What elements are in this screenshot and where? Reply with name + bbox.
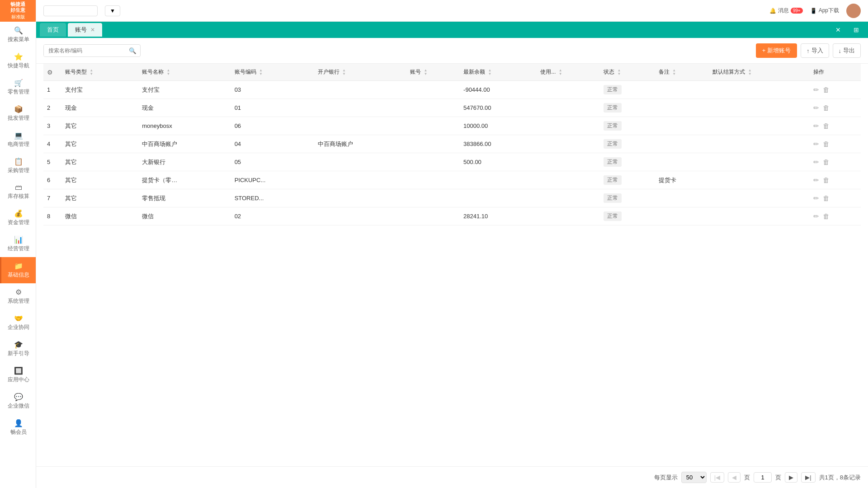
- user-avatar[interactable]: [846, 4, 861, 18]
- col-balance[interactable]: 最新余额 ▲▼: [460, 64, 537, 81]
- dropdown-button[interactable]: ▼: [105, 5, 120, 16]
- sort-icon: ▲▼: [672, 69, 676, 76]
- edit-icon[interactable]: ✏: [813, 86, 819, 94]
- delete-icon[interactable]: 🗑: [823, 140, 830, 148]
- table-row: 5 其它 大新银行 05 500.00 正常 ✏ 🗑: [43, 153, 861, 171]
- settings-icon: ⚙: [15, 288, 22, 296]
- sidebar-item-wholesale[interactable]: 📦 批发管理: [0, 100, 36, 127]
- row-id: 6: [43, 171, 61, 189]
- folder-icon: 📁: [14, 262, 23, 270]
- window-minimize-button[interactable]: ✕: [830, 22, 846, 38]
- edit-icon[interactable]: ✏: [813, 212, 819, 221]
- last-page-button[interactable]: ▶|: [801, 472, 815, 483]
- sidebar-item-retail[interactable]: 🛒 零售管理: [0, 74, 36, 100]
- col-bank[interactable]: 开户银行 ▲▼: [314, 64, 406, 81]
- add-account-button[interactable]: + 新增账号: [756, 43, 797, 58]
- import-button[interactable]: ↑ 导入: [801, 43, 829, 58]
- top-search-input[interactable]: [43, 5, 98, 16]
- col-name[interactable]: 账号名称 ▲▼: [138, 64, 231, 81]
- edit-icon[interactable]: ✏: [813, 122, 819, 130]
- edit-icon[interactable]: ✏: [813, 104, 819, 112]
- col-remark-label: 备注: [659, 69, 670, 75]
- sidebar-item-guide[interactable]: 🎓 新手引导: [0, 336, 36, 362]
- sidebar-item-purchase[interactable]: 📋 采购管理: [0, 153, 36, 179]
- messages-button[interactable]: 🔔 消息 99+: [769, 7, 803, 14]
- col-type[interactable]: 账号类型 ▲▼: [61, 64, 138, 81]
- delete-icon[interactable]: 🗑: [823, 104, 830, 112]
- sidebar-item-wechat[interactable]: 💬 企业微信: [0, 388, 36, 414]
- sidebar: 畅捷通好生意 标准版 🔍 搜索菜单 ⭐ 快捷导航 🛒 零售管理 📦 批发管理 💻…: [0, 0, 36, 488]
- next-page-button[interactable]: ▶: [785, 472, 797, 483]
- col-bank-label: 开户银行: [318, 69, 340, 75]
- delete-icon[interactable]: 🗑: [823, 194, 830, 202]
- tab-close-button[interactable]: ✕: [90, 27, 95, 33]
- tab-accounts[interactable]: 账号 ✕: [68, 23, 102, 37]
- row-id: 2: [43, 99, 61, 117]
- sidebar-item-member[interactable]: 👤 畅会员: [0, 414, 36, 441]
- export-button[interactable]: ↓ 导出: [833, 43, 861, 58]
- sidebar-item-system[interactable]: ⚙ 系统管理: [0, 283, 36, 310]
- sidebar-item-finance[interactable]: 💰 资金管理: [0, 205, 36, 231]
- col-code[interactable]: 账号编码 ▲▼: [231, 64, 314, 81]
- col-gear[interactable]: ⚙: [43, 64, 61, 81]
- edit-icon[interactable]: ✏: [813, 140, 819, 148]
- row-usage: [537, 171, 600, 189]
- current-page-input[interactable]: [754, 472, 772, 483]
- tab-home[interactable]: 首页: [40, 23, 66, 37]
- prev-page-button[interactable]: ◀: [728, 472, 741, 483]
- col-status[interactable]: 状态 ▲▼: [600, 64, 655, 81]
- search-input[interactable]: [44, 45, 125, 56]
- row-bank: [314, 171, 406, 189]
- pagination: 每页显示 50 20 100 |◀ ◀ 页 页 ▶ ▶| 共1页，8条记录: [36, 466, 868, 488]
- table-body: 1 支付宝 支付宝 03 -90444.00 正常 ✏ 🗑 2 现金 现金 01: [43, 81, 861, 225]
- row-bank: 中百商场账户: [314, 135, 406, 153]
- col-usage[interactable]: 使用... ▲▼: [537, 64, 600, 81]
- delete-icon[interactable]: 🗑: [823, 176, 830, 184]
- edit-icon[interactable]: ✏: [813, 176, 819, 184]
- row-default-settle: [709, 189, 809, 207]
- app-download-button[interactable]: 📱 App下载: [810, 7, 839, 14]
- table-row: 8 微信 微信 02 28241.10 正常 ✏ 🗑: [43, 207, 861, 225]
- row-actions: ✏ 🗑: [810, 99, 861, 117]
- table-row: 7 其它 零售抵现 STORED... 正常 ✏ 🗑: [43, 189, 861, 207]
- delete-icon[interactable]: 🗑: [823, 212, 830, 220]
- sort-icon: ▲▼: [559, 69, 562, 76]
- sidebar-item-inventory[interactable]: 🗃 库存核算: [0, 179, 36, 205]
- per-page-label: 每页显示: [654, 474, 678, 482]
- app-version: 标准版: [11, 14, 25, 20]
- sidebar-item-operations[interactable]: 📊 经营管理: [0, 231, 36, 257]
- col-action: 操作: [810, 64, 861, 81]
- sort-icon: ▲▼: [488, 69, 491, 76]
- col-remark[interactable]: 备注 ▲▼: [655, 64, 709, 81]
- row-type: 其它: [61, 135, 138, 153]
- window-maximize-button[interactable]: ⊞: [848, 22, 864, 38]
- row-id: 4: [43, 135, 61, 153]
- search-button[interactable]: 🔍: [125, 47, 140, 54]
- sidebar-item-app-center[interactable]: 🔲 应用中心: [0, 362, 36, 388]
- per-page-select[interactable]: 50 20 100: [681, 472, 707, 483]
- table-row: 4 其它 中百商场账户 04 中百商场账户 383866.00 正常 ✏ 🗑: [43, 135, 861, 153]
- sidebar-item-search[interactable]: 🔍 搜索菜单: [0, 22, 36, 48]
- computer-icon: 💻: [14, 131, 23, 140]
- col-default-settle[interactable]: 默认结算方式 ▲▼: [709, 64, 809, 81]
- row-actions: ✏ 🗑: [810, 117, 861, 135]
- row-name: 现金: [138, 99, 231, 117]
- delete-icon[interactable]: 🗑: [823, 158, 830, 166]
- sidebar-item-quick-nav[interactable]: ⭐ 快捷导航: [0, 48, 36, 74]
- col-account[interactable]: 账号 ▲▼: [406, 64, 460, 81]
- edit-icon[interactable]: ✏: [813, 194, 819, 202]
- row-remark: [655, 81, 709, 99]
- row-default-settle: [709, 153, 809, 171]
- edit-icon[interactable]: ✏: [813, 158, 819, 166]
- sidebar-item-basic-info[interactable]: 📁 基础信息: [0, 257, 36, 283]
- sidebar-item-ecommerce[interactable]: 💻 电商管理: [0, 127, 36, 153]
- row-default-settle: [709, 207, 809, 225]
- main-area: ▼ 🔔 消息 99+ 📱 App下载 首页 账号 ✕ ✕ ⊞: [36, 0, 868, 488]
- sidebar-item-cooperation[interactable]: 🤝 企业协同: [0, 310, 36, 336]
- guide-icon: 🎓: [14, 340, 23, 349]
- search-icon: 🔍: [14, 26, 23, 35]
- delete-icon[interactable]: 🗑: [823, 86, 830, 94]
- delete-icon[interactable]: 🗑: [823, 122, 830, 130]
- accounts-table: ⚙ 账号类型 ▲▼ 账号名称 ▲▼ 账号编码 ▲▼: [43, 64, 861, 225]
- first-page-button[interactable]: |◀: [710, 472, 724, 483]
